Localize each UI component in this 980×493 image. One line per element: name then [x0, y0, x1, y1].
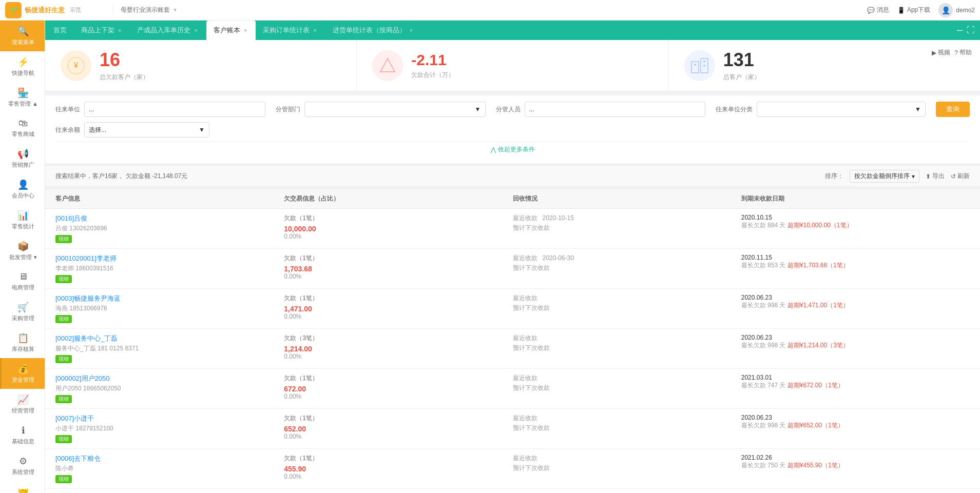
results-right: 排序： 按欠款金额倒序排序 ▾ ⬆ 导出 ↺ 刷新	[825, 170, 970, 183]
overdue-link[interactable]: 超期¥1,471.00（1笔）	[787, 302, 849, 309]
tab-purchase-stats-close[interactable]: ×	[408, 27, 414, 34]
help-btn[interactable]: ? 帮助	[954, 48, 972, 57]
stat-debt-amount-number: -2.11	[411, 51, 454, 69]
query-button[interactable]: 查询	[936, 102, 970, 117]
sidebar-item-marketing[interactable]: 📢 营销推广	[0, 143, 45, 174]
batch-mgmt-icon: 📦	[17, 241, 29, 252]
collapse-bar[interactable]: ⋀ 收起更多条件	[55, 142, 970, 157]
sidebar-item-search[interactable]: 🔍 搜索菜单	[0, 21, 45, 51]
sidebar-item-biz-mgmt[interactable]: 📈 经营管理	[0, 389, 45, 420]
sort-select[interactable]: 按欠款金额倒序排序 ▾	[850, 170, 919, 183]
customer-name-link[interactable]: [000002]用户2050	[55, 374, 110, 382]
due-date-cell: 2021.02.26 最长欠款 750 天 超期¥455.90（1笔）	[741, 454, 970, 470]
collection-cell: 最近收款 预计下次收款	[513, 294, 741, 312]
tab-purchase-stats[interactable]: 进货单统计表（按商品） ×	[325, 21, 421, 40]
tab-customer-account[interactable]: 客户账本 ×	[206, 21, 256, 40]
tab-product-inbound-close[interactable]: ×	[193, 27, 199, 34]
sort-arrow: ▾	[912, 173, 915, 180]
overdue-link[interactable]: 超期¥1,703.68（1笔）	[787, 262, 849, 269]
sidebar-item-quick-nav[interactable]: ⚡ 快捷导航	[0, 51, 45, 82]
last-collect-label: 最近收款	[513, 414, 741, 423]
avatar: 👤	[938, 3, 953, 17]
customer-name-link[interactable]: [0007]小迸干	[55, 415, 94, 422]
overdue-link[interactable]: 超期¥10,000.00（1笔）	[787, 222, 853, 229]
due-date-cell: 2020.11.15 最长欠款 853 天 超期¥1,703.68（1笔）	[741, 254, 970, 270]
sidebar-label-inventory: 库存核算	[12, 345, 34, 353]
tab-purchase-order-close[interactable]: ×	[312, 27, 318, 34]
due-date-cell: 2020.06.23 最长欠款 998 天 超期¥1,214.00（3笔）	[741, 334, 970, 350]
overdue-link[interactable]: 超期¥1,214.00（3笔）	[787, 342, 849, 349]
sidebar-item-ecommerce[interactable]: 🖥 电商管理	[0, 266, 45, 297]
filter-unit-class-select[interactable]: ▼	[757, 102, 926, 117]
sidebar-item-member[interactable]: 👤 会员中心	[0, 174, 45, 205]
stat-debt-customers-info: 16 总欠款客户（家）	[100, 49, 149, 82]
tab-purchase-order[interactable]: 采购订单统计表 ×	[256, 21, 325, 40]
next-collect-label: 预计下次收款	[513, 464, 741, 472]
help-label: 帮助	[959, 48, 972, 57]
results-bar: 搜索结果中，客户16家， 欠款金额 -21,148.07元 排序： 按欠款金额倒…	[45, 165, 980, 187]
demo-tag: 示范	[70, 6, 81, 14]
collapse-label: 收起更多条件	[498, 145, 535, 154]
export-btn[interactable]: ⬆ 导出	[926, 172, 945, 181]
tab-collapse-btn[interactable]: ─	[957, 26, 963, 35]
filter-dept-select[interactable]: ▼	[304, 102, 486, 117]
filter-from-unit-input[interactable]: ...	[84, 102, 265, 117]
purchase-mgmt-icon: 🛒	[17, 302, 29, 313]
video-btn[interactable]: ▶ 视频	[932, 48, 950, 57]
sidebar-item-enterprise[interactable]: 🤝 企业协同	[0, 481, 45, 493]
sidebar-item-retail-mgmt[interactable]: 🏪 零售管理 ▲	[0, 82, 45, 113]
customer-name-link[interactable]: [0002]服务中心_丁磊	[55, 334, 118, 342]
tab-product-inbound[interactable]: 产成品入库单历史 ×	[130, 21, 206, 40]
customer-name-link[interactable]: [0003]畅捷服务尹海蓝	[55, 294, 121, 302]
filter-balance-label: 往来余额	[55, 126, 80, 134]
user-menu[interactable]: 👤 demo2	[938, 3, 975, 17]
due-date: 2020.06.23	[741, 414, 970, 421]
sidebar-item-inventory[interactable]: 📋 库存核算	[0, 327, 45, 358]
tab-product-listing[interactable]: 商品上下架 ×	[74, 21, 130, 40]
tab-expand-btn[interactable]: ⛶	[967, 26, 975, 35]
filter-person-input[interactable]: ...	[525, 102, 706, 117]
last-collect-label: 最近收款	[513, 454, 741, 463]
sidebar-label-search: 搜索菜单	[12, 38, 34, 46]
sidebar-item-finance[interactable]: 💰 资金管理	[0, 358, 45, 389]
sidebar-label-biz-mgmt: 经营管理	[12, 407, 34, 415]
message-label: 消息	[877, 6, 889, 14]
debt-info-cell: 欠款（1笔） 10,000.00 0.00%	[284, 214, 512, 240]
tab-product-listing-close[interactable]: ×	[117, 27, 123, 34]
tab-customer-account-close[interactable]: ×	[242, 27, 248, 34]
stat-total-customers-info: 131 总客户（家）	[723, 49, 760, 82]
sidebar-label-member: 会员中心	[12, 192, 34, 200]
overdue-link[interactable]: 超期¥652.00（1笔）	[787, 422, 844, 429]
customer-name-link[interactable]: [0016]吕俊	[55, 214, 87, 222]
sidebar-item-purchase-mgmt[interactable]: 🛒 采购管理	[0, 297, 45, 327]
debt-percent: 0.00%	[284, 313, 512, 320]
logo-area: 🌱 畅捷通好生意 示范	[5, 2, 108, 18]
industry-selector[interactable]: 母婴行业演示账套 ▾	[113, 6, 177, 14]
app-download-btn[interactable]: 📱 App下载	[897, 6, 930, 14]
filter-balance-select[interactable]: 选择... ▼	[84, 122, 209, 137]
debt-amount: 10,000.00	[284, 225, 512, 233]
overdue-link[interactable]: 超期¥455.90（1笔）	[787, 462, 844, 469]
message-btn[interactable]: 💬 消息	[867, 6, 889, 14]
sidebar-item-basic-info[interactable]: ℹ 基础信息	[0, 420, 45, 450]
sidebar-item-batch-mgmt[interactable]: 📦 批发管理 ▾	[0, 235, 45, 266]
filter-unit-class-label: 往来单位分类	[716, 105, 753, 114]
quick-nav-icon: ⚡	[17, 56, 29, 68]
tab-purchase-stats-label: 进货单统计表（按商品）	[333, 26, 406, 35]
next-collect-label: 预计下次收款	[513, 384, 741, 392]
sidebar-item-retail-stats[interactable]: 📊 零售统计	[0, 205, 45, 235]
tab-bar: 首页 商品上下架 × 产成品入库单历史 × 客户账本 × 采购订单统计表 ×	[45, 21, 980, 40]
overdue-link[interactable]: 超期¥672.00（1笔）	[787, 382, 844, 389]
sidebar-item-system[interactable]: ⚙ 系统管理	[0, 450, 45, 481]
video-label: 视频	[938, 48, 950, 57]
filter-unit-class-arrow: ▼	[915, 106, 921, 113]
stat-total-customers-icon	[684, 50, 715, 81]
customer-name-link[interactable]: [0006]去下粮仓	[55, 455, 101, 462]
tab-home[interactable]: 首页	[46, 21, 74, 40]
table-row: [000002]用户2050 用户2050 18665062050 现销 欠款（…	[45, 369, 980, 409]
sidebar-item-retail-mall[interactable]: 🛍 零售商城	[0, 113, 45, 143]
stat-total-customers-label: 总客户（家）	[723, 73, 760, 82]
filter-unit-class: 往来单位分类 ▼	[716, 102, 926, 117]
customer-name-link[interactable]: [0001020001]李老师	[55, 254, 117, 262]
refresh-btn[interactable]: ↺ 刷新	[951, 172, 970, 181]
